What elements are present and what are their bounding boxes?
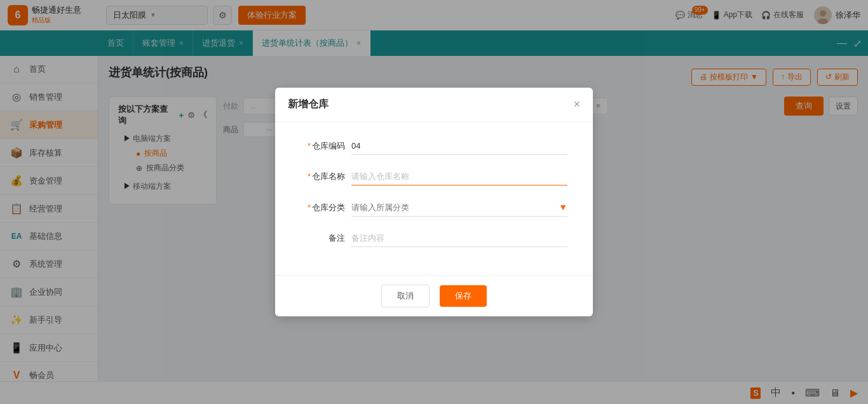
name-label: 仓库名称 <box>301 171 351 182</box>
form-row-name: 仓库名称 <box>301 168 567 185</box>
modal-body: 仓库编码 仓库名称 仓库分类 ▼ 备注 <box>275 122 593 275</box>
modal-footer: 取消 保存 <box>275 275 593 316</box>
code-label: 仓库编码 <box>301 140 351 152</box>
form-row-remark: 备注 <box>301 229 567 247</box>
form-row-category: 仓库分类 ▼ <box>301 198 567 217</box>
form-row-code: 仓库编码 <box>301 137 567 155</box>
remark-label: 备注 <box>301 232 351 244</box>
category-dropdown-icon[interactable]: ▼ <box>559 202 567 212</box>
category-label: 仓库分类 <box>301 202 351 213</box>
code-input[interactable] <box>351 137 567 155</box>
modal-header: 新增仓库 × <box>275 88 593 122</box>
name-input[interactable] <box>351 168 567 185</box>
category-select[interactable]: ▼ <box>351 198 567 217</box>
save-button[interactable]: 保存 <box>440 285 487 307</box>
modal-overlay: 新增仓库 × 仓库编码 仓库名称 仓库分类 ▼ <box>0 0 868 404</box>
cancel-button[interactable]: 取消 <box>381 285 430 307</box>
modal-close-button[interactable]: × <box>573 98 580 111</box>
category-input[interactable] <box>351 203 559 212</box>
remark-input[interactable] <box>351 229 567 247</box>
modal-title: 新增仓库 <box>288 98 329 111</box>
modal-new-warehouse: 新增仓库 × 仓库编码 仓库名称 仓库分类 ▼ <box>275 88 593 316</box>
